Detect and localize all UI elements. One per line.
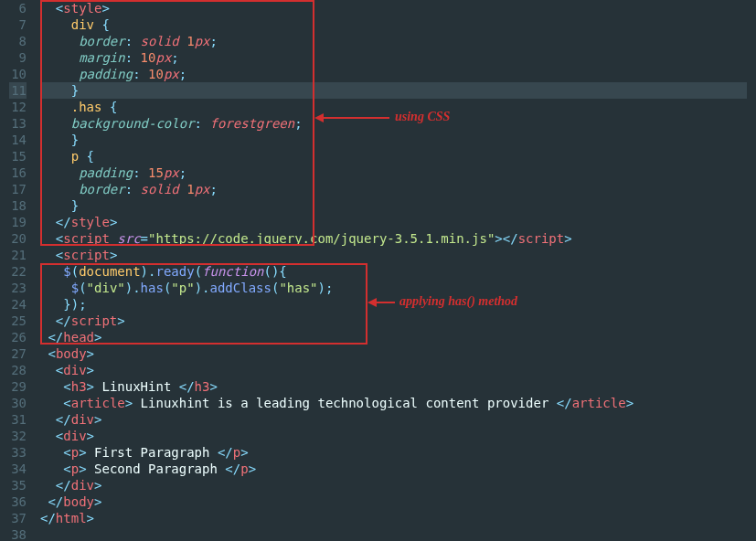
line-number: 19 — [9, 214, 27, 230]
arrow-line — [316, 117, 389, 119]
line-number: 13 — [9, 115, 27, 132]
line-number: 26 — [9, 329, 27, 345]
code-line[interactable]: <p> Second Paragraph </p> — [40, 461, 747, 477]
line-number: 34 — [9, 461, 27, 477]
code-line[interactable]: </div> — [40, 477, 747, 493]
code-line[interactable]: padding: 15px; — [40, 164, 747, 181]
line-number: 17 — [9, 181, 27, 197]
code-line[interactable]: </html> — [40, 510, 747, 526]
code-line[interactable]: div { — [40, 16, 747, 33]
line-number: 35 — [9, 477, 27, 493]
line-number: 14 — [9, 132, 27, 148]
code-line-current[interactable]: } — [40, 82, 747, 99]
line-number: 22 — [9, 263, 27, 280]
arrow-head-icon — [367, 298, 377, 307]
code-line[interactable]: }); — [40, 296, 747, 313]
code-line[interactable]: p { — [40, 148, 747, 164]
line-number: 8 — [9, 33, 27, 49]
line-number: 25 — [9, 313, 27, 329]
line-number: 38 — [9, 526, 27, 541]
code-line[interactable]: <article> Linuxhint is a leading technol… — [40, 395, 747, 411]
line-number: 12 — [9, 99, 27, 115]
line-number-current: 11 — [9, 82, 27, 99]
line-number: 28 — [9, 362, 27, 378]
line-number: 10 — [9, 66, 27, 82]
annotation-label-has: applying has() method — [399, 294, 517, 309]
line-number: 6 — [9, 0, 27, 16]
code-line[interactable]: padding: 10px; — [40, 66, 747, 82]
line-number: 37 — [9, 510, 27, 526]
code-line[interactable]: $(document).ready(function(){ — [40, 263, 747, 280]
line-number: 7 — [9, 16, 27, 33]
code-line[interactable]: <style> — [40, 0, 747, 16]
code-line[interactable]: </body> — [40, 493, 747, 510]
line-number: 27 — [9, 345, 27, 362]
line-number: 36 — [9, 493, 27, 510]
code-line[interactable]: margin: 10px; — [40, 49, 747, 66]
code-line[interactable]: </script> — [40, 313, 747, 329]
line-number: 24 — [9, 296, 27, 313]
code-line[interactable]: <p> First Paragraph </p> — [40, 444, 747, 461]
code-line[interactable]: </head> — [40, 329, 747, 345]
code-line[interactable]: <div> — [40, 428, 747, 444]
line-number: 32 — [9, 428, 27, 444]
code-line[interactable]: </style> — [40, 214, 747, 230]
code-line[interactable]: <body> — [40, 345, 747, 362]
code-line[interactable]: background-color: forestgreen; — [40, 115, 747, 132]
line-number: 23 — [9, 280, 27, 296]
line-number: 31 — [9, 411, 27, 428]
code-line[interactable]: <h3> LinuxHint </h3> — [40, 378, 747, 395]
arrow-head-icon — [314, 113, 324, 122]
line-number-gutter: 6 7 8 9 10 11 12 13 14 15 16 17 18 19 20… — [0, 0, 40, 541]
line-number: 30 — [9, 395, 27, 411]
line-number: 15 — [9, 148, 27, 164]
code-line[interactable]: } — [40, 197, 747, 214]
annotation-label-css: using CSS — [395, 110, 450, 124]
line-number: 21 — [9, 247, 27, 263]
code-line[interactable]: <div> — [40, 362, 747, 378]
code-line[interactable]: <script src="https://code.jquery.com/jqu… — [40, 230, 747, 247]
code-line[interactable]: border: solid 1px; — [40, 181, 747, 197]
code-line[interactable]: } — [40, 132, 747, 148]
code-editor[interactable]: <style> div { border: solid 1px; margin:… — [40, 0, 756, 541]
code-line[interactable]: $("div").has("p").addClass("has"); — [40, 280, 747, 296]
line-number: 33 — [9, 444, 27, 461]
code-line[interactable]: </div> — [40, 411, 747, 428]
code-line[interactable]: .has { — [40, 99, 747, 115]
code-line[interactable]: border: solid 1px; — [40, 33, 747, 49]
line-number: 29 — [9, 378, 27, 395]
line-number: 16 — [9, 164, 27, 181]
code-line[interactable]: <script> — [40, 247, 747, 263]
line-number: 20 — [9, 230, 27, 247]
line-number: 18 — [9, 197, 27, 214]
line-number: 9 — [9, 49, 27, 66]
